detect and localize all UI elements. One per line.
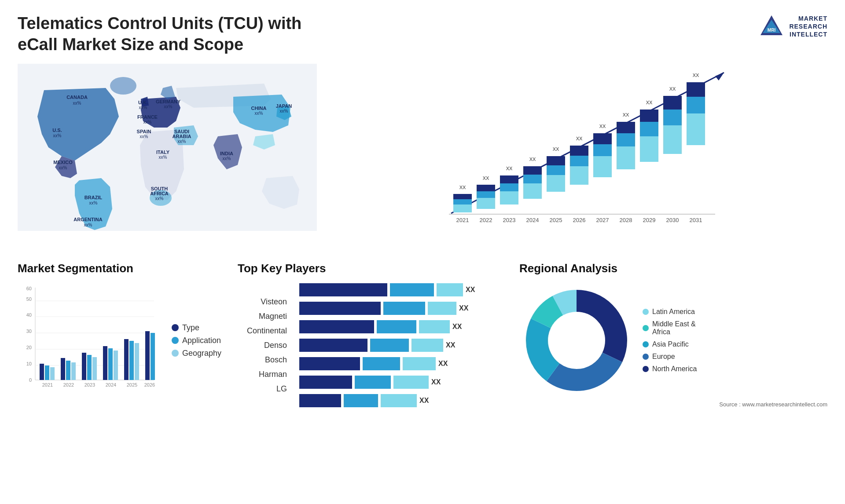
svg-text:2024: 2024 [526, 217, 539, 223]
bar-visteon: XX [299, 283, 511, 296]
svg-text:XX: XX [646, 100, 653, 105]
svg-text:XX: XX [576, 136, 583, 141]
svg-text:U.K.: U.K. [138, 100, 148, 105]
north-america-dot [643, 366, 649, 372]
segmentation-title: Market Segmentation [18, 262, 229, 275]
legend-mea: Middle East &Africa [643, 320, 697, 336]
svg-rect-42 [453, 194, 472, 199]
svg-rect-48 [500, 191, 518, 205]
svg-rect-53 [523, 175, 542, 183]
bar-magneti: XX [299, 302, 511, 315]
svg-text:JAPAN: JAPAN [276, 103, 292, 109]
donut-chart [519, 283, 634, 398]
svg-rect-122 [124, 339, 129, 380]
logo-icon: MRI [758, 13, 785, 40]
svg-rect-111 [45, 365, 49, 380]
svg-text:SPAIN: SPAIN [137, 129, 151, 134]
mea-dot [643, 325, 649, 331]
svg-rect-73 [640, 122, 658, 136]
svg-text:XX: XX [483, 175, 489, 181]
regional-title: Regional Analysis [519, 262, 827, 275]
logo-area: MRI MARKET RESEARCH INTELLECT [758, 13, 827, 40]
svg-rect-117 [87, 355, 92, 380]
latin-america-dot [643, 309, 649, 315]
svg-text:2028: 2028 [620, 217, 632, 223]
svg-text:U.S.: U.S. [52, 128, 62, 133]
player-harman: Harman [238, 370, 290, 379]
svg-text:xx%: xx% [140, 134, 148, 139]
north-america-label: North America [652, 365, 697, 373]
svg-rect-49 [500, 183, 518, 191]
svg-rect-125 [145, 331, 150, 380]
svg-text:2023: 2023 [84, 382, 95, 387]
svg-rect-46 [477, 185, 495, 191]
player-bosch: Bosch [238, 355, 290, 365]
svg-rect-60 [570, 166, 588, 185]
svg-rect-126 [151, 333, 155, 380]
legend-type: Type [172, 323, 221, 332]
svg-text:2027: 2027 [596, 217, 609, 223]
svg-text:XX: XX [506, 166, 513, 171]
svg-rect-69 [617, 133, 635, 146]
svg-text:XX: XX [669, 86, 676, 91]
svg-text:xx%: xx% [73, 101, 81, 106]
svg-text:xx%: xx% [178, 139, 186, 144]
svg-text:40: 40 [26, 312, 32, 318]
svg-rect-123 [129, 341, 134, 380]
legend-latin-america: Latin America [643, 308, 697, 316]
svg-rect-70 [617, 122, 635, 133]
svg-rect-119 [103, 346, 107, 380]
svg-text:MEXICO: MEXICO [53, 160, 73, 165]
legend-geography-label: Geography [182, 349, 221, 358]
page-title: Telematics Control Units (TCU) with eCal… [18, 13, 326, 55]
player-magneti: Magneti [238, 312, 290, 321]
svg-rect-57 [547, 165, 565, 175]
legend-application: Application [172, 336, 221, 345]
svg-rect-65 [593, 144, 612, 156]
svg-text:60: 60 [26, 286, 32, 291]
svg-text:2030: 2030 [666, 217, 679, 223]
svg-text:2024: 2024 [106, 382, 116, 387]
svg-rect-64 [593, 156, 612, 177]
application-dot [172, 337, 179, 344]
key-players-title: Top Key Players [238, 262, 511, 275]
svg-rect-120 [108, 348, 113, 380]
segmentation-chart: 0 10 20 30 40 50 60 [18, 283, 158, 398]
svg-text:xx%: xx% [139, 105, 147, 110]
svg-text:INDIA: INDIA [220, 151, 233, 156]
legend-type-label: Type [182, 323, 199, 332]
svg-text:CHINA: CHINA [251, 106, 267, 111]
svg-text:ITALY: ITALY [156, 150, 170, 155]
svg-marker-39 [715, 73, 724, 80]
regional-content: Latin America Middle East &Africa Asia P… [519, 283, 827, 398]
segmentation-legend: Type Application Geography [172, 323, 221, 358]
svg-text:xx%: xx% [164, 104, 173, 109]
svg-rect-54 [523, 166, 542, 175]
svg-text:AFRICA: AFRICA [150, 191, 169, 196]
logo-text: MARKET RESEARCH INTELLECT [789, 15, 827, 39]
svg-text:2026: 2026 [144, 382, 155, 387]
top-section: CANADA xx% U.S. xx% MEXICO xx% BRAZIL xx… [18, 64, 827, 248]
svg-rect-121 [114, 351, 118, 380]
mea-label: Middle East &Africa [652, 320, 696, 336]
svg-text:30: 30 [26, 329, 32, 334]
header: Telematics Control Units (TCU) with eCal… [18, 13, 827, 55]
svg-text:xx%: xx% [53, 133, 62, 138]
bars-area: XX XX XX [299, 283, 511, 407]
svg-text:2022: 2022 [63, 382, 74, 387]
bar-harman: XX [299, 376, 511, 389]
svg-text:2025: 2025 [127, 382, 137, 387]
key-players-container: Top Key Players Visteon Magneti Continen… [238, 262, 511, 408]
europe-label: Europe [652, 353, 675, 361]
svg-rect-124 [135, 343, 139, 380]
svg-text:2026: 2026 [573, 217, 586, 223]
svg-text:GERMANY: GERMANY [156, 99, 181, 104]
svg-rect-68 [617, 146, 635, 169]
svg-text:xx%: xx% [159, 155, 167, 160]
svg-text:XX: XX [553, 146, 559, 152]
svg-rect-58 [547, 156, 565, 165]
svg-text:10: 10 [26, 361, 32, 366]
svg-text:XX: XX [599, 124, 606, 129]
svg-point-4 [110, 77, 136, 95]
geography-dot [172, 350, 179, 357]
